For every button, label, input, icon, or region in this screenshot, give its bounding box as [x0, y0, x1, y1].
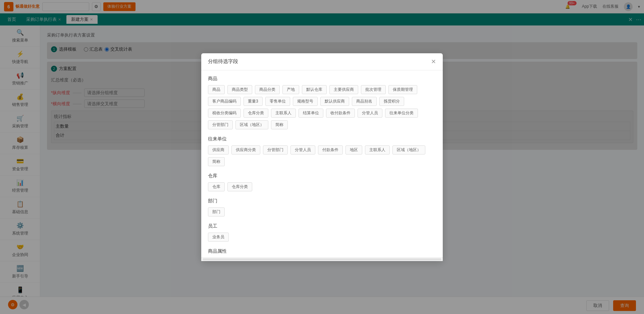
chip-main-contact2[interactable]: 主联系人 [365, 145, 390, 154]
chip-weight[interactable]: 重量3 [244, 97, 263, 106]
chip-warehouse-cat[interactable]: 仓库分类 [227, 182, 252, 191]
chip-abbr2[interactable]: 简称 [208, 157, 225, 166]
chip-default-warehouse[interactable]: 默认仓库 [302, 85, 327, 94]
chip-default-supplier[interactable]: 默认供应商 [320, 97, 349, 106]
chip-supervisor[interactable]: 分管人员 [358, 109, 382, 118]
modal-scrollbar[interactable] [201, 257, 443, 261]
section-product-attr-title: 商品属性 [208, 248, 436, 254]
chip-supplier-category[interactable]: 供应商分类 [231, 145, 260, 154]
chip-supplier[interactable]: 供应商 [208, 145, 229, 154]
counterpart-chips: 供应商 供应商分类 分管部门 分管人员 付款条件 地区 主联系人 区域（地区） … [208, 145, 436, 166]
section-employee-title: 员工 [208, 223, 436, 229]
chip-batch-mgmt[interactable]: 批次管理 [361, 85, 386, 94]
main-content: 采购订单执行表方案设置 1 选择模板 汇总表 交叉统计表 2 方案配置 [40, 25, 644, 314]
chip-settlement-unit[interactable]: 结算单位 [299, 109, 323, 118]
chip-product-alias[interactable]: 商品别名 [352, 97, 377, 106]
layout: 🔍 搜索菜单 ⚡ 快捷导航 📢 营销推广 💰 销售管理 🛒 采购管理 📦 库存核… [0, 25, 644, 314]
section-counterpart: 往来单位 供应商 供应商分类 分管部门 分管人员 付款条件 地区 主联系人 区域… [208, 136, 436, 166]
chip-manage-dept[interactable]: 分管部门 [263, 145, 288, 154]
chip-department[interactable]: 部门 [208, 207, 225, 216]
section-warehouse: 仓库 仓库 仓库分类 [208, 173, 436, 191]
chip-origin[interactable]: 产地 [282, 85, 299, 94]
chip-salesperson[interactable]: 业务员 [208, 233, 229, 242]
chip-region2[interactable]: 区域（地区） [392, 145, 425, 154]
chip-product-category[interactable]: 商品分类 [255, 85, 280, 94]
section-employee: 员工 业务员 [208, 223, 436, 242]
section-product-attr: 商品属性 属性 颜色 多规格 尺码 鞋码 1 [208, 248, 436, 258]
chip-shelf-life[interactable]: 保质期管理 [388, 85, 417, 94]
chip-dept[interactable]: 分管部门 [208, 120, 233, 129]
warehouse-chips: 仓库 仓库分类 [208, 182, 436, 191]
chip-customer-sku[interactable]: 客户商品编码 [208, 97, 241, 106]
chip-retail-unit[interactable]: 零售单位 [265, 97, 290, 106]
chip-region[interactable]: 区域（地区） [235, 120, 268, 129]
product-chips: 商品 商品类型 商品分类 产地 默认仓库 主要供应商 批次管理 保质期管理 客户… [208, 85, 436, 129]
section-counterpart-title: 往来单位 [208, 136, 436, 142]
modal-body: 商品 商品 商品类型 商品分类 产地 默认仓库 主要供应商 批次管理 保质期管理… [201, 70, 443, 258]
chip-warehouse[interactable]: 仓库 [208, 182, 225, 191]
chip-warehouse-category[interactable]: 仓库分类 [244, 109, 268, 118]
section-product: 商品 商品 商品类型 商品分类 产地 默认仓库 主要供应商 批次管理 保质期管理… [208, 76, 436, 129]
chip-payment-terms[interactable]: 收付款条件 [326, 109, 355, 118]
department-chips: 部门 [208, 207, 436, 216]
modal-close-button[interactable]: ✕ [431, 58, 436, 65]
modal-title: 分组待选字段 [208, 58, 238, 65]
section-department-title: 部门 [208, 198, 436, 204]
chip-product-type[interactable]: 商品类型 [227, 85, 252, 94]
section-product-title: 商品 [208, 76, 436, 82]
chip-pick-points[interactable]: 拣货积分 [379, 97, 404, 106]
field-select-modal: 分组待选字段 ✕ 商品 商品 商品类型 商品分类 产地 默认仓库 主要供应商 [201, 53, 443, 261]
chip-main-supplier[interactable]: 主要供应商 [329, 85, 358, 94]
modal-backdrop: 分组待选字段 ✕ 商品 商品 商品类型 商品分类 产地 默认仓库 主要供应商 [40, 25, 644, 314]
chip-area[interactable]: 地区 [345, 145, 362, 154]
modal-header: 分组待选字段 ✕ [201, 53, 443, 70]
section-warehouse-title: 仓库 [208, 173, 436, 179]
employee-chips: 业务员 [208, 233, 436, 242]
scrollbar-track [203, 258, 441, 260]
chip-main-contact[interactable]: 主联系人 [271, 109, 296, 118]
chip-manage-person[interactable]: 分管人员 [290, 145, 315, 154]
chip-counterpart-category[interactable]: 往来单位分类 [385, 109, 418, 118]
section-department: 部门 部门 [208, 198, 436, 216]
chip-product[interactable]: 商品 [208, 85, 225, 94]
chip-payment-condition[interactable]: 付款条件 [318, 145, 343, 154]
chip-tax-code[interactable]: 税收分类编码 [208, 109, 241, 118]
chip-spec-model[interactable]: 规格型号 [293, 97, 318, 106]
chip-abbr[interactable]: 简称 [271, 120, 288, 129]
